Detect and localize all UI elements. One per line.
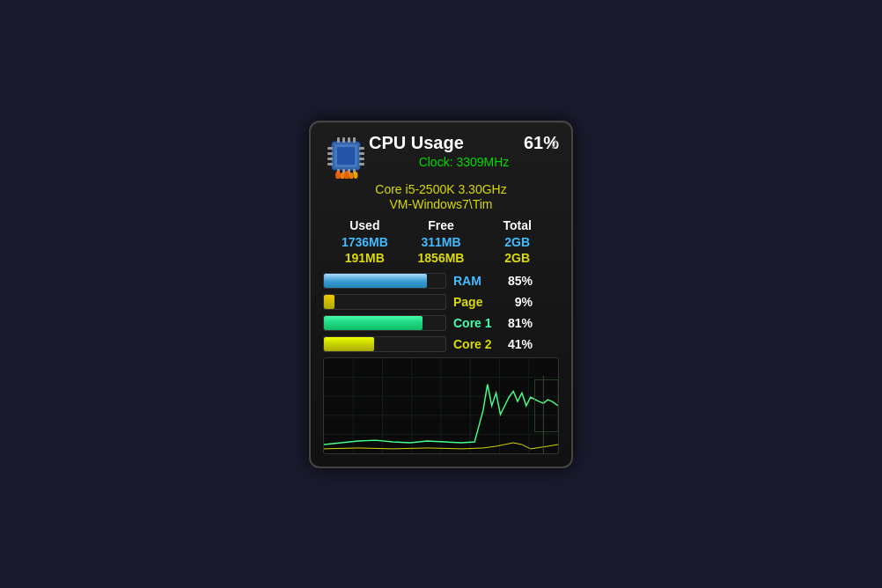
svg-rect-15 <box>359 147 364 150</box>
core1-label: Core 1 <box>453 316 502 330</box>
svg-rect-6 <box>353 137 356 143</box>
header-free: Free <box>403 218 480 232</box>
page-label: Page <box>453 295 502 309</box>
stats-table: Used Free Total 1736MB 311MB 2GB 191MB 1… <box>323 218 559 266</box>
core1-bar-row: Core 1 81% <box>323 315 559 331</box>
cpu-chip-icon <box>323 133 369 179</box>
stats-row-2: 191MB 1856MB 2GB <box>323 250 559 266</box>
header-text-area: CPU Usage 61% Clock: 3309MHz <box>369 133 559 169</box>
svg-rect-3 <box>337 137 340 143</box>
svg-point-19 <box>335 171 341 179</box>
svg-rect-5 <box>348 137 350 143</box>
svg-rect-4 <box>342 137 345 143</box>
clock-info: Clock: 3309MHz <box>369 155 559 169</box>
page-bar-row: Page 9% <box>323 294 559 310</box>
svg-rect-14 <box>327 163 333 165</box>
core2-percent: 41% <box>502 337 533 351</box>
page-bar-container <box>323 294 446 310</box>
widget-header: CPU Usage 61% Clock: 3309MHz ♪ <box>323 133 559 179</box>
svg-rect-17 <box>359 158 364 160</box>
core1-bar-container <box>323 315 446 331</box>
title-row: CPU Usage 61% <box>369 133 559 153</box>
graph-svg <box>324 358 558 453</box>
music-icon: ♪ <box>550 133 559 153</box>
svg-rect-11 <box>327 147 333 150</box>
cpu-graph <box>323 357 559 454</box>
core2-bar-container <box>323 336 446 352</box>
free-mb: 311MB <box>403 235 480 249</box>
header-used: Used <box>327 218 403 232</box>
ram-bar-fill <box>324 274 427 288</box>
svg-rect-18 <box>359 163 364 165</box>
total-gb: 2GB <box>479 235 555 249</box>
core-info: Core i5-2500K 3.30GHz <box>323 182 559 196</box>
ram-label: RAM <box>453 274 502 288</box>
page-percent: 9% <box>502 295 533 309</box>
cpu-title: CPU Usage <box>369 133 464 153</box>
vm-info: VM-Windows7\Tim <box>323 197 559 211</box>
header-total: Total <box>479 218 555 232</box>
ram-percent: 85% <box>502 274 533 288</box>
svg-rect-2 <box>337 147 355 165</box>
used-mb: 1736MB <box>327 235 403 249</box>
core2-bar-row: Core 2 41% <box>323 336 559 352</box>
used-mb-2: 191MB <box>327 251 403 265</box>
core2-bar-fill <box>324 337 374 351</box>
page-bar-fill <box>324 295 334 309</box>
total-gb-2: 2GB <box>479 251 555 265</box>
svg-point-23 <box>354 172 358 179</box>
svg-rect-36 <box>535 379 558 431</box>
core1-bar-fill <box>324 316 423 330</box>
stats-row-1: 1736MB 311MB 2GB <box>323 234 559 250</box>
core2-label: Core 2 <box>453 337 502 351</box>
core1-percent: 81% <box>502 316 533 330</box>
free-mb-2: 1856MB <box>403 251 480 265</box>
ram-bar-row: RAM 85% <box>323 273 559 289</box>
ram-bar-container <box>323 273 446 289</box>
stats-header: Used Free Total <box>323 218 559 232</box>
cpu-widget: CPU Usage 61% Clock: 3309MHz ♪ Core i5-2… <box>309 121 573 468</box>
bars-section: RAM 85% Page 9% Core 1 81% Core 2 41% <box>323 273 559 352</box>
svg-rect-13 <box>327 158 333 160</box>
svg-rect-16 <box>359 152 364 155</box>
svg-rect-12 <box>327 152 333 155</box>
